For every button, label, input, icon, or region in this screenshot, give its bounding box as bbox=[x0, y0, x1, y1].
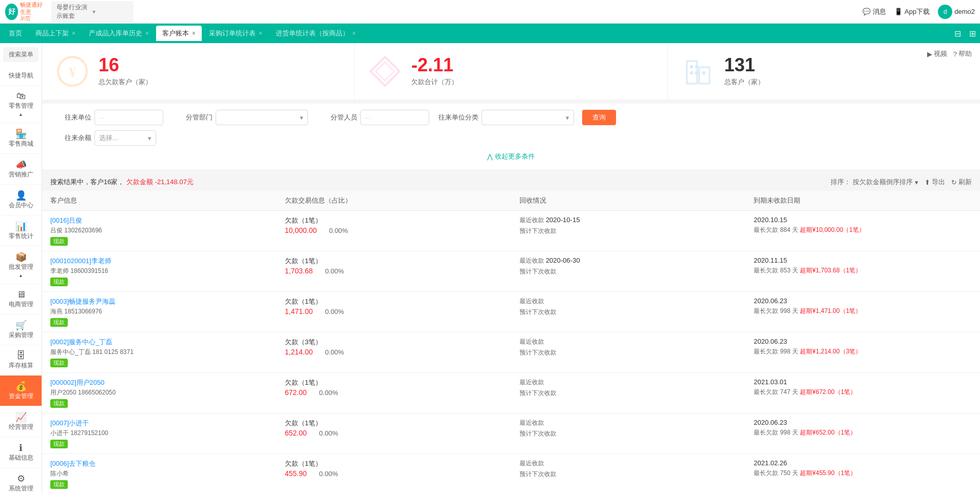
dept-select[interactable]: ▾ bbox=[216, 110, 308, 125]
debt-count-4: 欠款（1笔） bbox=[285, 378, 322, 387]
customer-name-link-2[interactable]: [0003]畅捷服务尹海蕊 bbox=[50, 298, 116, 305]
sidebar-item-marketing[interactable]: 📣 营销推广 bbox=[0, 154, 42, 185]
sidebar-item-operations[interactable]: 📈 经营管理 bbox=[0, 406, 42, 437]
sidebar-item-member[interactable]: 👤 会员中心 bbox=[0, 185, 42, 215]
app-download-btn[interactable]: 📱 App下载 bbox=[894, 7, 930, 16]
tab-customer-account[interactable]: 客户账本 × bbox=[156, 26, 202, 41]
summary-card-debt-customers: ¥ 16 总欠款客户（家） bbox=[42, 43, 355, 100]
sidebar-search-btn[interactable]: 搜索菜单 bbox=[3, 47, 39, 62]
card-top-right: ▶ 视频 ? 帮助 bbox=[927, 49, 972, 58]
refresh-btn[interactable]: ↻ 刷新 bbox=[951, 178, 972, 187]
export-btn[interactable]: ⬆ 导出 bbox=[925, 178, 945, 187]
user-avatar-btn[interactable]: d demo2 bbox=[938, 5, 975, 19]
video-help-btn[interactable]: ▶ 视频 bbox=[927, 49, 947, 58]
overdue-link-5[interactable]: 超期¥652.00（1笔） bbox=[800, 429, 856, 436]
th-recovery: 回收情况 bbox=[511, 191, 746, 210]
sidebar-item-retail-stats[interactable]: 📊 零售统计 bbox=[0, 215, 42, 246]
avatar: d bbox=[938, 5, 952, 19]
customer-name-link-5[interactable]: [0007]小进干 bbox=[50, 419, 89, 427]
tab-close-product-history[interactable]: × bbox=[145, 30, 149, 37]
overdue-link-0[interactable]: 超期¥10,000.00（1笔） bbox=[800, 226, 865, 233]
td-debt-info-0: 欠款（1笔） 10,000.00 0.00% bbox=[277, 211, 511, 251]
source-unit-input[interactable]: ··· bbox=[94, 110, 163, 125]
tab-close-inventory-stats[interactable]: × bbox=[352, 30, 356, 37]
customer-name-link-3[interactable]: [0002]服务中心_丁磊 bbox=[50, 338, 112, 346]
td-due-date-0: 2020.10.15 最长欠款 884 天 超期¥10,000.00（1笔） bbox=[745, 211, 980, 251]
customer-name-link-1[interactable]: [0001020001]李老师 bbox=[50, 257, 111, 265]
sidebar-item-retail-mall[interactable]: 🏪 零售商城 bbox=[0, 123, 42, 154]
sidebar-item-ecommerce[interactable]: 🖥 电商管理 bbox=[0, 284, 42, 314]
tab-close-purchase-order[interactable]: × bbox=[259, 30, 262, 37]
overdue-link-6[interactable]: 超期¥455.90（1笔） bbox=[800, 469, 856, 477]
svg-rect-7 bbox=[695, 65, 698, 68]
card-icon-yuan: ¥ bbox=[54, 53, 90, 89]
sidebar-item-batch-mgmt[interactable]: 📦 批发管理 ▴ bbox=[0, 246, 42, 284]
overdue-link-3[interactable]: 超期¥1,214.00（3笔） bbox=[800, 348, 861, 355]
tab-close-customer-account[interactable]: × bbox=[192, 30, 196, 37]
sidebar-item-capital[interactable]: 💰 资金管理 bbox=[0, 376, 42, 406]
company-selector[interactable]: 母婴行业演示账套 ▾ bbox=[51, 1, 133, 23]
td-due-date-2: 2020.06.23 最长欠款 998 天 超期¥1,471.00（1笔） bbox=[745, 292, 980, 332]
tab-product-history[interactable]: 产成品入库单历史 × bbox=[83, 26, 155, 41]
logo-text: 畅捷通好生意 示范 bbox=[20, 2, 47, 21]
customer-name-link-4[interactable]: [000002]用户2050 bbox=[50, 379, 105, 386]
overdue-link-4[interactable]: 超期¥672.00（1笔） bbox=[800, 388, 856, 396]
help-btn[interactable]: ? 帮助 bbox=[953, 49, 972, 58]
filter-dept: 分管部门 ▾ bbox=[171, 110, 308, 125]
tab-product-status[interactable]: 商品上下架 × bbox=[29, 26, 82, 41]
tab-bar: 首页 商品上下架 × 产成品入库单历史 × 客户账本 × 采购订单统计表 × 进… bbox=[0, 24, 980, 43]
unit-category-select[interactable]: ▾ bbox=[482, 110, 574, 125]
dept-label: 分管部门 bbox=[171, 113, 213, 122]
customer-type-badge-2: 现款 bbox=[50, 318, 68, 327]
collapse-filter-btn[interactable]: ⋀ 收起更多条件 bbox=[50, 150, 972, 163]
sidebar-item-basic-info[interactable]: ℹ 基础信息 bbox=[0, 437, 42, 468]
td-due-date-5: 2020.06.23 最长欠款 998 天 超期¥652.00（1笔） bbox=[745, 413, 980, 453]
tab-purchase-order[interactable]: 采购订单统计表 × bbox=[203, 26, 268, 41]
debt-pct-0: 0.00% bbox=[329, 227, 348, 234]
td-recovery-3: 最近收款 预计下次收款 bbox=[511, 332, 746, 372]
tab-home[interactable]: 首页 bbox=[3, 26, 28, 41]
tab-close-product-status[interactable]: × bbox=[72, 30, 75, 37]
sort-select[interactable]: 排序： 按欠款金额倒序排序 ▾ bbox=[831, 178, 918, 187]
td-recovery-5: 最近收款 预计下次收款 bbox=[511, 413, 746, 453]
customer-type-badge-6: 现款 bbox=[50, 480, 68, 489]
overdue-link-1[interactable]: 超期¥1,703.68（1笔） bbox=[800, 267, 861, 274]
td-recovery-1: 最近收款 2020-06-30 预计下次收款 bbox=[511, 251, 746, 291]
th-due-date: 到期未收款日期 bbox=[745, 191, 980, 210]
result-bar: 搜索结果中，客户16家， 欠款金额 -21,148.07元 排序： 按欠款金额倒… bbox=[42, 173, 980, 191]
debt-pct-4: 0.00% bbox=[319, 389, 338, 397]
debt-amount-4: 672.00 bbox=[285, 388, 307, 397]
customer-phone-0: 吕俊 13026203696 bbox=[50, 226, 268, 235]
card-body-debt-total: -2.11 欠款合计（万） bbox=[411, 56, 458, 87]
sidebar-item-purchase[interactable]: 🛒 采购管理 bbox=[0, 314, 42, 345]
td-debt-info-5: 欠款（1笔） 652.00 0.00% bbox=[277, 413, 511, 453]
td-due-date-6: 2021.02.26 最长欠款 750 天 超期¥455.90（1笔） bbox=[745, 454, 980, 493]
debt-amount-1: 1,703.68 bbox=[285, 267, 313, 275]
tab-expand-btn[interactable]: ⊞ bbox=[967, 29, 978, 38]
message-btn[interactable]: 💬 消息 bbox=[862, 7, 886, 16]
td-recovery-4: 最近收款 预计下次收款 bbox=[511, 373, 746, 413]
summary-card-debt-total: -2.11 欠款合计（万） bbox=[355, 43, 667, 100]
sidebar-item-retail-mgmt[interactable]: 🛍 零售管理 ▴ bbox=[0, 86, 42, 123]
filter-unit-category: 往来单位分类 ▾ bbox=[437, 110, 574, 125]
overdue-link-2[interactable]: 超期¥1,471.00（1笔） bbox=[800, 307, 861, 314]
logo-icon: 好 bbox=[5, 4, 18, 20]
customer-name-link-0[interactable]: [0016]吕俊 bbox=[50, 216, 82, 224]
table-body: [0016]吕俊 吕俊 13026203696 现款 欠款（1笔） 10,000… bbox=[42, 211, 980, 493]
sidebar-item-inventory[interactable]: 🗄 库存核算 bbox=[0, 345, 42, 376]
tab-inventory-stats[interactable]: 进货单统计表（按商品） × bbox=[270, 26, 362, 41]
logo-area: 好 畅捷通好生意 示范 bbox=[5, 2, 47, 21]
manager-input[interactable]: ··· bbox=[360, 110, 429, 125]
customer-type-badge-3: 现款 bbox=[50, 359, 68, 367]
debt-count-2: 欠款（1笔） bbox=[285, 297, 322, 306]
svg-rect-8 bbox=[690, 71, 693, 74]
search-button[interactable]: 查询 bbox=[582, 110, 616, 125]
sidebar-item-system[interactable]: ⚙ 系统管理 bbox=[0, 468, 42, 493]
sidebar-item-quick-nav[interactable]: 快捷导航 bbox=[0, 66, 42, 86]
tab-collapse-btn[interactable]: ⊟ bbox=[952, 29, 963, 38]
customer-name-link-6[interactable]: [0006]去下粮仓 bbox=[50, 460, 95, 467]
td-recovery-0: 最近收款 2020-10-15 预计下次收款 bbox=[511, 211, 746, 251]
balance-select[interactable]: 选择... ▾ bbox=[94, 130, 156, 146]
debt-count-5: 欠款（1笔） bbox=[285, 419, 322, 428]
filter-row-2: 往来余额 选择... ▾ bbox=[50, 130, 972, 146]
